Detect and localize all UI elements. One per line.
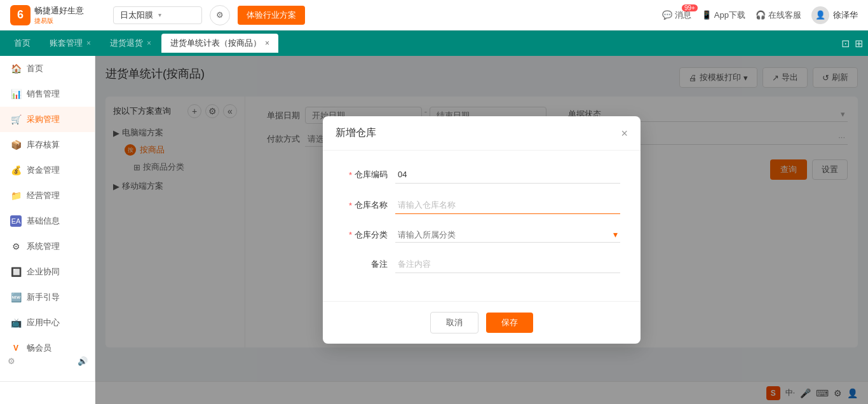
- trial-button[interactable]: 体验行业方案: [238, 6, 305, 25]
- sidebar-item-apps[interactable]: 📺 应用中心: [0, 310, 95, 335]
- sidebar-item-inventory[interactable]: 📦 库存核算: [0, 132, 95, 158]
- modal-title: 新增仓库: [336, 126, 376, 140]
- logo-text: 畅捷通好生意 捷易版: [34, 5, 84, 25]
- topbar: 6 畅捷通好生意 捷易版 日太阳膜 ▾ ⚙ 体验行业方案 💬 消息 99+ 📱 …: [0, 0, 868, 30]
- chevron-down-icon: ▾: [158, 11, 161, 18]
- warehouse-category-label: *仓库分类: [343, 229, 388, 241]
- window-restore-icon[interactable]: ⊡: [841, 37, 850, 50]
- mobile-icon: 📱: [702, 10, 712, 20]
- modal-overlay: 新增仓库 × *仓库编码 *仓库名称: [95, 56, 868, 404]
- warehouse-code-input[interactable]: [395, 166, 620, 184]
- tab-purchase-stats[interactable]: 进货单统计表（按商品） ×: [161, 34, 278, 53]
- warehouse-category-row: *仓库分类 ▾: [343, 227, 620, 243]
- apps-icon: 📺: [10, 317, 22, 328]
- store-selector[interactable]: 日太阳膜 ▾: [113, 6, 202, 24]
- sidebar-item-home[interactable]: 🏠 首页: [0, 56, 95, 81]
- sidebar: 🏠 首页 📊 销售管理 🛒 采购管理 📦 库存核算 💰 资金管理 📁 经营管理 …: [0, 56, 95, 404]
- logo-icon: 6: [10, 5, 31, 25]
- warehouse-category-input[interactable]: [398, 230, 613, 239]
- sidebar-item-enterprise[interactable]: 🔲 企业协同: [0, 259, 95, 285]
- sidebar-item-operation[interactable]: 📁 经营管理: [0, 183, 95, 208]
- warehouse-remark-row: 备注: [343, 255, 620, 273]
- modal-close-button[interactable]: ×: [621, 128, 628, 139]
- warehouse-code-label: *仓库编码: [343, 169, 388, 180]
- close-icon[interactable]: ×: [147, 39, 151, 48]
- warehouse-name-input[interactable]: [395, 196, 620, 214]
- warehouse-remark-label: 备注: [343, 259, 388, 270]
- add-warehouse-modal: 新增仓库 × *仓库编码 *仓库名称: [323, 116, 641, 344]
- message-button[interactable]: 💬 消息 99+: [662, 10, 691, 21]
- sidebar-item-sales[interactable]: 📊 销售管理: [0, 81, 95, 107]
- sales-icon: 📊: [10, 88, 22, 100]
- warehouse-name-row: *仓库名称: [343, 196, 620, 214]
- sound-icon[interactable]: 🔊: [78, 356, 88, 366]
- tab-accounts[interactable]: 账套管理 ×: [41, 34, 100, 53]
- settings-button[interactable]: ⚙: [210, 5, 230, 25]
- sidebar-item-finance[interactable]: 💰 资金管理: [0, 158, 95, 183]
- modal-header: 新增仓库 ×: [323, 116, 641, 151]
- main-layout: 🏠 首页 📊 销售管理 🛒 采购管理 📦 库存核算 💰 资金管理 📁 经营管理 …: [0, 56, 868, 404]
- notification-badge: 99+: [682, 4, 698, 11]
- gear-icon: ⚙: [216, 10, 224, 20]
- topbar-right: 💬 消息 99+ 📱 App下载 🎧 在线客服 👤 徐泽华: [662, 6, 858, 24]
- home-icon: 🏠: [10, 63, 22, 74]
- user-menu[interactable]: 👤 徐泽华: [811, 6, 858, 24]
- enterprise-icon: 🔲: [10, 266, 22, 278]
- warehouse-code-row: *仓库编码: [343, 166, 620, 184]
- content-area: 进货单统计(按商品) 🖨 按模板打印 ▾ ↗ 导出 ↺ 刷新: [95, 56, 868, 404]
- warehouse-remark-input[interactable]: [395, 255, 620, 273]
- modal-body: *仓库编码 *仓库名称 *仓库分类: [323, 151, 641, 301]
- operation-icon: 📁: [10, 190, 22, 201]
- tab-home[interactable]: 首页: [5, 34, 39, 53]
- warehouse-category-select[interactable]: ▾: [395, 227, 620, 243]
- sidebar-item-guide[interactable]: 🆕 新手引导: [0, 285, 95, 310]
- system-icon: ⚙: [10, 241, 22, 252]
- basic-info-icon: EA: [10, 215, 22, 227]
- app-download-button[interactable]: 📱 App下载: [702, 10, 745, 21]
- save-button[interactable]: 保存: [486, 313, 533, 333]
- close-icon[interactable]: ×: [265, 39, 269, 48]
- finance-icon: 💰: [10, 165, 22, 176]
- avatar: 👤: [811, 6, 829, 24]
- tab-controls: ⊡ ⊞: [841, 37, 863, 50]
- purchase-icon: 🛒: [10, 114, 22, 125]
- sidebar-item-purchase[interactable]: 🛒 采购管理: [0, 107, 95, 132]
- online-service-button[interactable]: 🎧 在线客服: [756, 10, 801, 21]
- chevron-down-icon: ▾: [613, 229, 618, 239]
- modal-footer: 取消 保存: [323, 301, 641, 344]
- window-maximize-icon[interactable]: ⊞: [855, 37, 863, 50]
- member-icon: V: [10, 342, 22, 354]
- sidebar-item-basic-info[interactable]: EA 基础信息: [0, 208, 95, 234]
- logo-area: 6 畅捷通好生意 捷易版: [10, 5, 105, 25]
- warehouse-name-label: *仓库名称: [343, 199, 388, 211]
- close-icon[interactable]: ×: [86, 39, 91, 48]
- settings-bottom-icon[interactable]: ⚙: [8, 356, 15, 366]
- tabbar: 首页 账套管理 × 进货退货 × 进货单统计表（按商品） × ⊡ ⊞: [0, 30, 868, 56]
- inventory-icon: 📦: [10, 139, 22, 151]
- message-icon: 💬: [662, 10, 672, 20]
- headset-icon: 🎧: [756, 10, 766, 20]
- guide-icon: 🆕: [10, 292, 22, 303]
- sidebar-item-system[interactable]: ⚙ 系统管理: [0, 234, 95, 259]
- cancel-button[interactable]: 取消: [430, 312, 478, 333]
- tab-purchase-return[interactable]: 进货退货 ×: [101, 34, 160, 53]
